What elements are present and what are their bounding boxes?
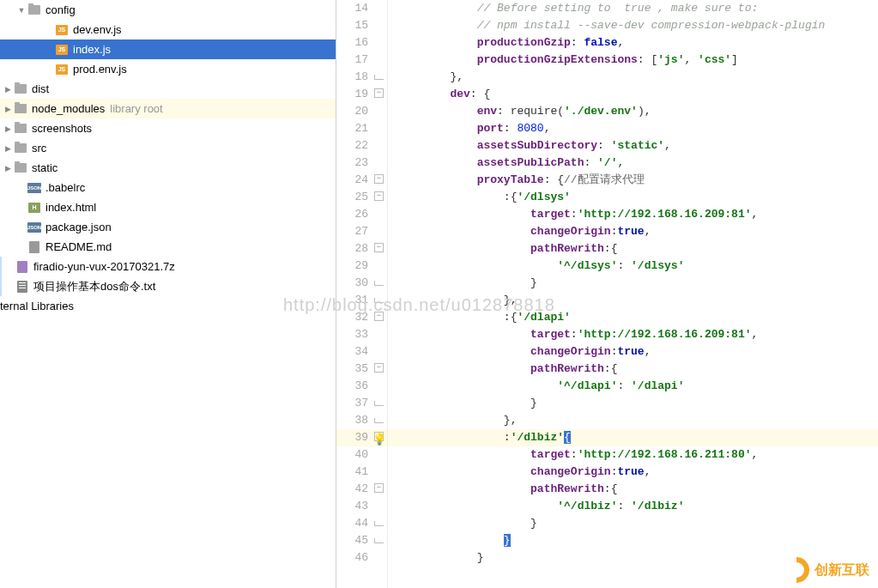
tree-item-label: node_modules [32,102,105,115]
folder-icon [14,142,27,155]
code-line[interactable]: target:'http://192.168.16.211:80', [388,446,878,464]
gutter-line: 30 [336,275,387,292]
fold-toggle-icon[interactable]: − [374,174,384,184]
code-line[interactable]: changeOrigin:true, [388,223,878,240]
gutter-line: 38 [336,412,387,429]
tree-item-label: index.js [73,43,111,56]
gutter-line: 33 [336,326,387,343]
fold-toggle-icon[interactable]: − [374,191,384,201]
json-file-icon: JSON [27,181,41,195]
gutter-line: 37 [336,395,387,412]
code-line[interactable]: '^/dlsys': '/dlsys' [388,258,878,275]
code-line[interactable]: }, [388,412,878,429]
tree-item-label: screenshots [32,122,92,135]
code-line[interactable]: changeOrigin:true, [388,464,878,481]
code-line[interactable]: }, [388,69,878,86]
gutter-line: 43 [336,498,387,515]
code-line[interactable]: } [388,532,878,549]
code-line[interactable]: proxyTable: {//配置请求代理 [388,172,878,189]
folder-icon [14,102,27,116]
code-area[interactable]: 💡 // Before setting to true , make sure … [388,0,878,588]
gutter-line: 20 [336,103,387,120]
gutter-line: 45 [336,532,387,549]
code-line[interactable]: env: require('./dev.env'), [388,103,878,120]
chevron-right-icon[interactable]: ▶ [2,103,14,115]
fold-end-icon [374,298,384,303]
code-line[interactable]: dev: { [388,86,878,103]
folder-screenshots[interactable]: ▶screenshots [0,118,336,138]
code-line[interactable]: '^/dlbiz': '/dlbiz' [388,498,878,515]
code-line[interactable]: port: 8080, [388,120,878,137]
file-index.js[interactable]: ▶JSindex.js [0,39,336,59]
code-line[interactable]: }, [388,292,878,309]
file-prod.env.js[interactable]: ▶JSprod.env.js [0,59,336,79]
folder-node-modules[interactable]: ▶node_moduleslibrary root [0,99,336,118]
gutter-line: 29 [336,258,387,275]
gutter-line: 32− [336,309,387,326]
gutter-line: 44 [336,515,387,532]
lightbulb-icon[interactable]: 💡 [372,432,386,449]
code-line[interactable]: } [388,275,878,292]
code-line[interactable]: assetsPublicPath: '/', [388,155,878,172]
js-file-icon: JS [55,43,69,57]
gutter-line: 31 [336,292,387,309]
gutter-line: 17 [336,52,387,69]
tree-item-label: dist [32,82,49,95]
chevron-right-icon[interactable]: ▶ [2,123,14,135]
code-line[interactable]: pathRewrith:{ [388,240,878,258]
code-line[interactable]: :'/dlbiz'{ [388,429,878,446]
fold-toggle-icon[interactable]: − [374,243,384,252]
code-line[interactable]: assetsSubDirectory: 'static', [388,137,878,155]
code-line[interactable]: // npm install --save-dev compression-we… [388,17,878,34]
file-项目操作基本dos命令.txt[interactable]: ▶项目操作基本dos命令.txt [0,276,336,296]
chevron-right-icon[interactable]: ▶ [2,142,14,155]
project-tree[interactable]: ▼config▶JSdev.env.js▶JSindex.js▶JSprod.e… [0,0,336,588]
file-firadio-yun-vux-20170321.7z[interactable]: ▶firadio-yun-vux-20170321.7z [0,257,336,276]
file-.babelrc[interactable]: ▶JSON.babelrc [0,178,336,197]
gutter-line: 14 [336,0,387,17]
file-icon [27,240,41,254]
library-root-label: library root [110,102,162,115]
code-line[interactable]: :{'/dlapi' [388,309,878,326]
chevron-down-icon[interactable]: ▼ [15,4,27,16]
fold-toggle-icon[interactable]: − [374,312,384,321]
tree-item-label: 项目操作基本dos命令.txt [33,279,155,294]
code-line[interactable]: productionGzipExtensions: ['js', 'css'] [388,52,878,69]
gutter-line: 15 [336,17,387,34]
folder-dist[interactable]: ▶dist [0,79,336,99]
folder-src[interactable]: ▶src [0,138,336,158]
code-line[interactable]: pathRewrith:{ [388,361,878,378]
code-editor[interactable]: 1415161718 19−2021222324−25−262728−2930 … [336,0,878,588]
chevron-right-icon[interactable]: ▶ [2,162,14,174]
file-dev.env.js[interactable]: ▶JSdev.env.js [0,20,336,39]
archive-file-icon [15,260,29,274]
fold-toggle-icon[interactable]: − [374,363,384,373]
code-line[interactable]: productionGzip: false, [388,34,878,52]
code-line[interactable]: target:'http://192.168.16.209:81', [388,326,878,343]
code-line[interactable]: } [388,515,878,532]
code-line[interactable]: pathRewrith:{ [388,481,878,498]
code-line[interactable]: '^/dlapi': '/dlapi' [388,378,878,395]
tree-item-label: firadio-yun-vux-20170321.7z [33,260,175,273]
code-line[interactable]: } [388,395,878,412]
tree-item-label: README.md [45,240,112,253]
fold-toggle-icon[interactable]: − [374,483,384,493]
folder-static[interactable]: ▶static [0,158,336,178]
file-README.md[interactable]: ▶README.md [0,237,336,257]
code-line[interactable]: changeOrigin:true, [388,343,878,361]
code-line[interactable]: target:'http://192.168.16.209:81', [388,206,878,223]
folder-config[interactable]: ▼config [0,0,336,20]
brand-logo-icon [784,557,809,583]
gutter-line: 22 [336,137,387,155]
file-package.json[interactable]: ▶JSONpackage.json [0,217,336,237]
code-line[interactable]: :{'/dlsys' [388,189,878,206]
external-libraries[interactable]: ternal Libraries [0,296,336,316]
fold-end-icon [374,418,384,423]
fold-toggle-icon[interactable]: − [374,88,384,98]
fold-end-icon [374,538,384,543]
tree-item-label: .babelrc [45,181,85,194]
chevron-right-icon[interactable]: ▶ [2,83,14,95]
file-index.html[interactable]: ▶Hindex.html [0,197,336,217]
code-line[interactable]: // Before setting to true , make sure to… [388,0,878,17]
tree-item-label: index.html [45,201,96,214]
